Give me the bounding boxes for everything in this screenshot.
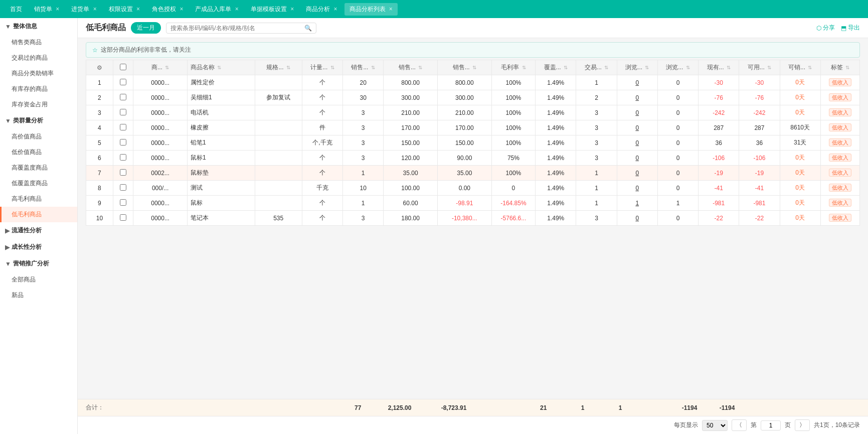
- cell-trade[interactable]: 0: [617, 181, 657, 196]
- sidebar-item-high-value[interactable]: 高价值商品: [0, 129, 77, 144]
- settings-icon[interactable]: ⚙: [97, 64, 102, 71]
- nav-home[interactable]: 首页: [5, 3, 27, 16]
- sidebar-item-sales-products[interactable]: 销售类商品: [0, 35, 77, 50]
- th-product-name[interactable]: 商品名称 ⇅: [187, 60, 255, 75]
- cell-checkbox[interactable]: [113, 166, 133, 181]
- export-button[interactable]: ⬒ 导出: [841, 24, 860, 32]
- search-box[interactable]: 🔍: [166, 23, 316, 34]
- next-page-button[interactable]: 〉: [795, 419, 810, 431]
- sidebar-item-category-rate[interactable]: 商品分类助销率: [0, 66, 77, 81]
- cell-trade[interactable]: 0: [617, 211, 657, 226]
- row-checkbox[interactable]: [120, 154, 126, 161]
- cell-checkbox[interactable]: [113, 105, 133, 120]
- cell-checkbox[interactable]: [113, 181, 133, 196]
- nav-product-entry[interactable]: 产成品入库单 ×: [190, 3, 243, 16]
- sidebar-group-cluster[interactable]: ▼ 类群量分析: [0, 112, 77, 129]
- share-button[interactable]: ⬡ 分享: [816, 24, 835, 32]
- sidebar-group-marketing[interactable]: ▼ 营销推广分析: [0, 255, 77, 272]
- cell-trade[interactable]: 0: [617, 105, 657, 120]
- trade-link[interactable]: 0: [635, 215, 639, 222]
- filter-recent-month[interactable]: 近一月: [131, 22, 161, 34]
- trade-link[interactable]: 0: [635, 79, 639, 86]
- th-margin-rate[interactable]: 毛利率 ⇅: [491, 60, 536, 75]
- th-settings[interactable]: ⚙: [86, 60, 113, 75]
- trade-link[interactable]: 0: [635, 94, 639, 101]
- cell-checkbox[interactable]: [113, 135, 133, 151]
- th-sales-qty[interactable]: 销售... ⇅: [343, 60, 384, 75]
- cell-trade[interactable]: 1: [617, 196, 657, 211]
- th-sales-price[interactable]: 销售... ⇅: [384, 60, 438, 75]
- nav-sales-order[interactable]: 销货单 ×: [29, 3, 64, 16]
- nav-product-analysis-list[interactable]: 商品分析列表 ×: [344, 3, 398, 16]
- cell-trade[interactable]: 0: [617, 151, 657, 166]
- cell-trade[interactable]: 0: [617, 135, 657, 151]
- nav-purchase-order[interactable]: 进货单 ×: [66, 3, 101, 16]
- search-input[interactable]: [170, 25, 304, 32]
- row-checkbox[interactable]: [120, 169, 126, 176]
- th-browse1[interactable]: 浏览... ⇅: [617, 60, 657, 75]
- sidebar-item-capital-usage[interactable]: 库存资金占用: [0, 97, 77, 112]
- row-checkbox[interactable]: [120, 124, 126, 130]
- close-icon[interactable]: ×: [235, 6, 239, 13]
- sidebar-item-all-products[interactable]: 全部商品: [0, 272, 77, 287]
- trade-link[interactable]: 0: [635, 185, 639, 192]
- row-checkbox[interactable]: [120, 139, 126, 146]
- row-checkbox[interactable]: [120, 109, 126, 115]
- th-sales-amount[interactable]: 销售... ⇅: [437, 60, 491, 75]
- cell-trade[interactable]: 0: [617, 120, 657, 135]
- cell-checkbox[interactable]: [113, 211, 133, 226]
- cell-trade[interactable]: 0: [617, 75, 657, 90]
- cell-checkbox[interactable]: [113, 90, 133, 105]
- sidebar-item-low-value[interactable]: 低价值商品: [0, 144, 77, 160]
- th-sellable-stock[interactable]: 可销... ⇅: [780, 60, 820, 75]
- sidebar-item-low-coverage[interactable]: 低覆盖度商品: [0, 176, 77, 191]
- th-browse2[interactable]: 浏览... ⇅: [657, 60, 698, 75]
- cell-checkbox[interactable]: [113, 196, 133, 211]
- page-number-input[interactable]: [761, 420, 781, 430]
- close-icon[interactable]: ×: [389, 6, 393, 13]
- sidebar-item-traded-products[interactable]: 交易过的商品: [0, 50, 77, 66]
- th-current-stock[interactable]: 现有... ⇅: [699, 60, 739, 75]
- cell-checkbox[interactable]: [113, 75, 133, 90]
- trade-link[interactable]: 0: [635, 109, 639, 116]
- sidebar-item-in-stock[interactable]: 有库存的商品: [0, 81, 77, 97]
- close-icon[interactable]: ×: [93, 6, 97, 13]
- sidebar-group-circulation[interactable]: ▶ 流通性分析: [0, 222, 77, 239]
- nav-product-analysis[interactable]: 商品分析 ×: [301, 3, 342, 16]
- th-unit[interactable]: 计量... ⇅: [302, 60, 342, 75]
- select-all-checkbox[interactable]: [120, 64, 126, 70]
- close-icon[interactable]: ×: [334, 6, 337, 13]
- sidebar-group-overall[interactable]: ▼ 整体信息: [0, 18, 77, 35]
- th-coverage[interactable]: 覆盖... ⇅: [536, 60, 576, 75]
- nav-permission[interactable]: 权限设置 ×: [104, 3, 145, 16]
- row-checkbox[interactable]: [120, 199, 126, 206]
- trade-link[interactable]: 0: [635, 155, 639, 162]
- nav-role-auth[interactable]: 角色授权 ×: [147, 3, 188, 16]
- row-checkbox[interactable]: [120, 184, 126, 191]
- close-icon[interactable]: ×: [290, 6, 294, 13]
- close-icon[interactable]: ×: [56, 6, 59, 13]
- trade-link[interactable]: 0: [635, 124, 639, 131]
- cell-trade[interactable]: 0: [617, 90, 657, 105]
- cell-trade[interactable]: 0: [617, 166, 657, 181]
- row-checkbox[interactable]: [120, 94, 126, 100]
- th-tag[interactable]: 标签 ⇅: [820, 60, 859, 75]
- trade-link[interactable]: 0: [635, 139, 639, 147]
- th-spec[interactable]: 规格... ⇅: [255, 60, 302, 75]
- search-icon[interactable]: 🔍: [304, 25, 312, 32]
- th-available-stock[interactable]: 可用... ⇅: [739, 60, 780, 75]
- nav-template-settings[interactable]: 单据模板设置 ×: [246, 3, 299, 16]
- sidebar-group-growth[interactable]: ▶ 成长性分析: [0, 239, 77, 255]
- trade-link[interactable]: 0: [635, 170, 639, 177]
- th-checkbox[interactable]: [113, 60, 133, 75]
- data-table-container[interactable]: ⚙ 商... ⇅ 商品名称 ⇅ 规格... ⇅ 计量... ⇅ 销售... ⇅ …: [86, 60, 860, 399]
- cell-checkbox[interactable]: [113, 120, 133, 135]
- sidebar-item-low-margin[interactable]: 低毛利商品: [0, 207, 77, 222]
- th-trade-count[interactable]: 交易... ⇅: [576, 60, 617, 75]
- sidebar-item-high-coverage[interactable]: 高覆盖度商品: [0, 160, 77, 176]
- cell-checkbox[interactable]: [113, 151, 133, 166]
- prev-page-button[interactable]: 〈: [732, 419, 747, 431]
- row-checkbox[interactable]: [120, 79, 126, 85]
- sidebar-item-new-products[interactable]: 新品: [0, 287, 77, 303]
- row-checkbox[interactable]: [120, 214, 126, 221]
